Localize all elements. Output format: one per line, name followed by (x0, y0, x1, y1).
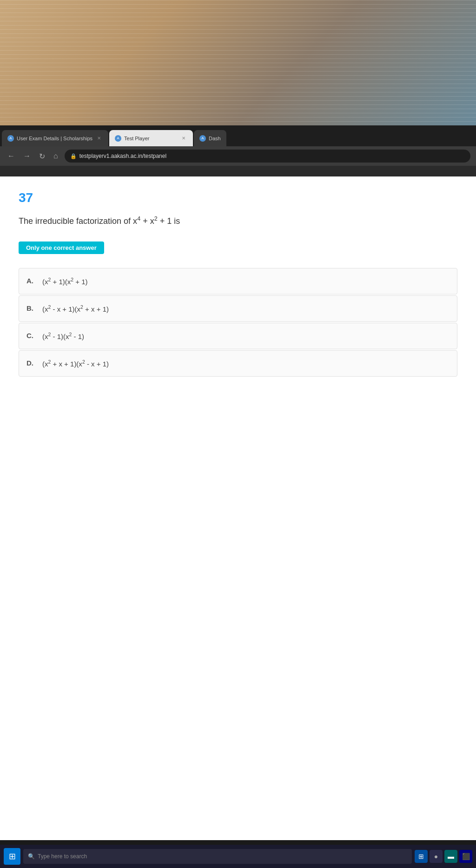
tab-icon-3: A (199, 135, 206, 142)
tab-close-1[interactable]: ✕ (95, 135, 103, 142)
url-text: testplayerv1.aakash.ac.in/testpanel (79, 153, 166, 159)
tab-dash[interactable]: A Dash (194, 130, 226, 146)
tab-user-exam[interactable]: A User Exam Details | Scholarships ✕ (2, 130, 108, 146)
question-container: 37 The irreducible factorization of x4 +… (0, 176, 476, 840)
url-box[interactable]: 🔒 testplayerv1.aakash.ac.in/testpanel (65, 150, 470, 163)
question-exp2: 2 (154, 215, 158, 222)
option-d[interactable]: D. (x2 + x + 1)(x2 - x + 1) (19, 350, 457, 377)
options-list: A. (x2 + 1)(x2 + 1) B. (x2 - x + 1)(x2 +… (19, 268, 457, 378)
option-d-label: D. (26, 359, 36, 367)
tab-icon-2: A (115, 135, 121, 142)
home-button[interactable]: ⌂ (52, 150, 60, 162)
taskbar-search-text: Type here to search (38, 853, 87, 860)
taskbar-sys-btn-2[interactable]: ● (430, 850, 443, 863)
background-photo (0, 0, 476, 125)
start-button[interactable]: ⊞ (4, 848, 20, 865)
back-button[interactable]: ← (6, 150, 17, 162)
browser-chrome: A User Exam Details | Scholarships ✕ A T… (0, 125, 476, 176)
option-a[interactable]: A. (x2 + 1)(x2 + 1) (19, 268, 457, 294)
taskbar: ⊞ 🔍 Type here to search ⊞ ● ▬ ⬛ (0, 845, 476, 868)
option-c[interactable]: C. (x2 - 1)(x2 - 1) (19, 323, 457, 349)
taskbar-icons-right: ⊞ ● ▬ ⬛ (415, 850, 472, 863)
taskbar-search[interactable]: 🔍 Type here to search (23, 849, 412, 864)
tab-label-3: Dash (209, 136, 221, 141)
taskbar-sys-btn-4[interactable]: ⬛ (459, 850, 472, 863)
option-c-text: (x2 - 1)(x2 - 1) (42, 332, 84, 340)
question-text-suffix: + 1 is (158, 216, 180, 226)
question-text-prefix: The irreducible factorization of x (19, 216, 137, 226)
refresh-button[interactable]: ↻ (37, 150, 47, 163)
question-number: 37 (19, 190, 457, 205)
tab-bar: A User Exam Details | Scholarships ✕ A T… (0, 125, 476, 146)
tab-test-player[interactable]: A Test Player ✕ (109, 130, 193, 146)
lock-icon: 🔒 (70, 153, 77, 159)
search-icon: 🔍 (28, 853, 35, 860)
option-a-label: A. (26, 277, 36, 285)
taskbar-sys-btn-1[interactable]: ⊞ (415, 850, 428, 863)
option-a-text: (x2 + 1)(x2 + 1) (42, 277, 88, 286)
option-b-text: (x2 - x + 1)(x2 + x + 1) (42, 304, 109, 313)
option-d-text: (x2 + x + 1)(x2 - x + 1) (42, 359, 109, 368)
option-b[interactable]: B. (x2 - x + 1)(x2 + x + 1) (19, 295, 457, 322)
tab-label-2: Test Player (124, 136, 177, 141)
taskbar-sys-btn-3[interactable]: ▬ (444, 850, 457, 863)
answer-type-badge: Only one correct answer (19, 241, 104, 254)
question-text: The irreducible factorization of x4 + x2… (19, 215, 457, 228)
forward-button[interactable]: → (21, 150, 33, 162)
tab-icon-1: A (7, 135, 14, 142)
address-bar: ← → ↻ ⌂ 🔒 testplayerv1.aakash.ac.in/test… (0, 146, 476, 166)
tab-label-1: User Exam Details | Scholarships (17, 136, 93, 141)
main-content: 37 The irreducible factorization of x4 +… (0, 176, 476, 840)
start-icon: ⊞ (9, 851, 16, 861)
tab-close-2[interactable]: ✕ (180, 135, 187, 142)
option-c-label: C. (26, 332, 36, 339)
question-text-middle: + x (140, 216, 154, 226)
option-b-label: B. (26, 304, 36, 312)
